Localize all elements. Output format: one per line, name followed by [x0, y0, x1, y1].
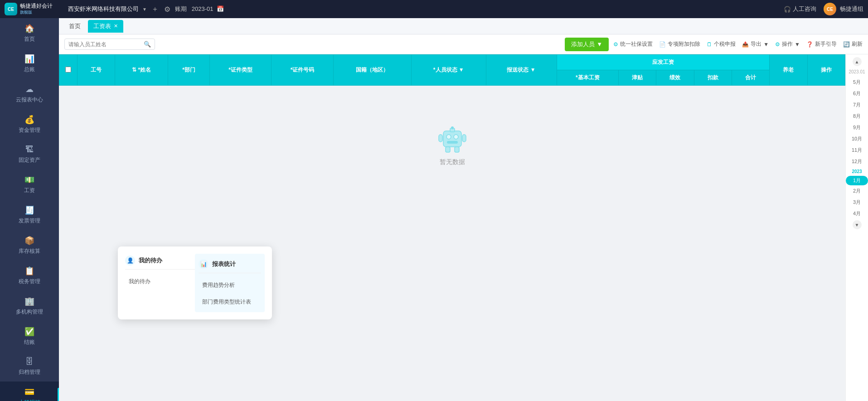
select-all-checkbox[interactable]	[65, 67, 71, 72]
toolbar-actions: ⚙ 统一社保设置 📄 专项附加扣除 🗒 个税申报 📤 导出 ▼ ⚙	[613, 40, 863, 48]
sidebar-item-settlement[interactable]: ✅ 结账	[0, 321, 59, 352]
timeline-month-5[interactable]: 5月	[846, 77, 868, 88]
svg-rect-6	[439, 135, 442, 142]
org-icon: 🏢	[24, 296, 34, 306]
svg-rect-0	[443, 131, 461, 147]
empty-state: 暂无数据	[59, 86, 845, 203]
app-subtitle: 旗舰版	[20, 10, 53, 15]
empty-robot-icon	[434, 122, 470, 158]
sidebar-label-home: 首页	[24, 35, 35, 43]
avatar: CE	[824, 3, 836, 15]
search-box[interactable]: 🔍	[64, 39, 155, 50]
service-label: 人工咨询	[793, 5, 816, 13]
popup-menu: 👤 我的待办 我的待办 📊 报表统计 费用趋势分析	[118, 246, 272, 319]
timeline-up-button[interactable]: ▲	[853, 57, 862, 66]
popup-item-dept-cost[interactable]: 部门费用类型统计表	[199, 295, 261, 309]
user-area[interactable]: CE 畅捷通组	[824, 3, 863, 15]
toolbar: 🔍 添加人员 ▼ ⚙ 统一社保设置 📄 专项附加扣除 🗒 个税申报	[59, 34, 868, 54]
export-link[interactable]: 📤 导出 ▼	[742, 40, 769, 48]
sidebar-label-xiaochang: 小畅报销	[19, 399, 40, 401]
popup-reports-title: 报表统计	[212, 260, 236, 268]
inventory-icon: 📦	[24, 236, 34, 246]
search-input[interactable]	[68, 41, 141, 48]
col-id-type: *证件类型	[209, 55, 271, 86]
sidebar-item-xiaochang[interactable]: 💳 小畅报销	[0, 382, 59, 401]
sidebar-item-archive[interactable]: 🗄 归档管理	[0, 352, 59, 382]
sidebar-label-archive: 归档管理	[19, 368, 40, 376]
logo-icon: CE	[5, 3, 17, 15]
archive-icon: 🗄	[25, 357, 34, 367]
col-operations: 操作	[807, 55, 845, 86]
sidebar-item-invoice[interactable]: 🧾 发票管理	[0, 200, 59, 230]
timeline-month-3[interactable]: 3月	[846, 197, 868, 208]
export-icon: 📤	[742, 41, 749, 48]
popup-todo-title: 我的待办	[139, 256, 162, 265]
new-guide-icon: ❓	[806, 41, 813, 48]
popup-item-cost-trend[interactable]: 费用趋势分析	[199, 279, 261, 292]
popup-col-reports-header: 📊 报表统计	[199, 257, 261, 273]
timeline-month-10[interactable]: 10月	[846, 133, 868, 145]
timeline-month-11[interactable]: 11月	[846, 145, 868, 156]
xiaochang-icon: 💳	[24, 387, 34, 397]
sidebar-label-salary: 工资	[24, 187, 35, 194]
sidebar-label-inventory: 库存核算	[19, 247, 40, 255]
sidebar-item-home[interactable]: 🏠 首页	[0, 18, 59, 48]
timeline-month-6[interactable]: 6月	[846, 88, 868, 99]
tab-home[interactable]: 首页	[63, 20, 86, 33]
tab-bar: 首页 工资表 ✕	[59, 18, 868, 34]
settings-icon[interactable]: ⚙	[164, 5, 170, 14]
timeline-month-8[interactable]: 8月	[846, 111, 868, 122]
col-group-salary: 应发工资	[557, 55, 770, 70]
new-guide-link[interactable]: ❓ 新手引导	[806, 40, 837, 48]
add-employee-button[interactable]: 添加人员 ▼	[565, 38, 609, 51]
social-insurance-link[interactable]: ⚙ 统一社保设置	[613, 40, 653, 48]
sidebar-item-asset[interactable]: 🏗 固定资产	[0, 140, 59, 169]
col-staff-status[interactable]: *人员状态 ▼	[412, 55, 486, 86]
col-checkbox[interactable]	[59, 55, 78, 86]
tab-close-icon[interactable]: ✕	[114, 23, 118, 29]
popup-item-todo[interactable]: 我的待办	[125, 275, 195, 288]
home-icon: 🏠	[24, 24, 34, 34]
tax-report-link[interactable]: 🗒 个税申报	[707, 40, 736, 48]
special-deduct-link[interactable]: 📄 专项附加扣除	[659, 40, 700, 48]
svg-rect-9	[455, 147, 459, 152]
sidebar: 🏠 首页 📊 总账 ☁ 云报表中心 💰 资金管理 🏗 固定资产 💵 工资 🧾 发…	[0, 18, 59, 401]
col-base-salary: *基本工资	[557, 70, 618, 86]
tab-salary-table[interactable]: 工资表 ✕	[88, 20, 123, 33]
asset-icon: 🏗	[25, 145, 34, 155]
timeline-month-4[interactable]: 4月	[846, 208, 868, 219]
sidebar-item-ledger[interactable]: 📊 总账	[0, 48, 59, 79]
sidebar-item-multi-org[interactable]: 🏢 多机构管理	[0, 291, 59, 321]
popup-col-todo: 👤 我的待办 我的待办	[125, 254, 195, 312]
service-button[interactable]: 🎧 人工咨询	[784, 5, 816, 13]
right-timeline: ▲ 2023.01 5月 6月 7月 8月 9月 10月 11月 12月 202…	[845, 54, 868, 401]
sidebar-label-settlement: 结账	[24, 338, 35, 346]
search-icon: 🔍	[144, 41, 151, 48]
col-report-status[interactable]: 报送状态 ▼	[486, 55, 557, 86]
timeline-month-9[interactable]: 9月	[846, 122, 868, 133]
sidebar-label-asset: 固定资产	[19, 156, 40, 164]
sidebar-label-invoice: 发票管理	[19, 217, 40, 225]
timeline-month-2[interactable]: 2月	[846, 185, 868, 197]
salary-table: 工号 ⇅ *姓名 *部门 *证件类型 *证件号码 国籍（地区） *人员状态 ▼ …	[59, 54, 845, 86]
logo-text-area: 畅捷通好会计 旗舰版	[20, 3, 53, 15]
sidebar-item-inventory[interactable]: 📦 库存核算	[0, 230, 59, 261]
sidebar-label-multi-org: 多机构管理	[16, 308, 43, 316]
company-selector[interactable]: 西安虾米网络科技有限公司 ▼	[68, 5, 147, 13]
refresh-icon: 🔄	[843, 41, 850, 48]
timeline-month-1-current[interactable]: 1月	[846, 176, 868, 185]
col-name[interactable]: ⇅ *姓名	[115, 55, 168, 86]
header-actions: ＋ ⚙	[151, 5, 170, 14]
add-company-button[interactable]: ＋	[151, 5, 159, 14]
dropdown-arrow-icon: ▼	[142, 7, 147, 12]
sidebar-item-fund[interactable]: 💰 资金管理	[0, 109, 59, 140]
timeline-down-button[interactable]: ▼	[853, 220, 862, 229]
sidebar-item-tax[interactable]: 📋 税务管理	[0, 261, 59, 291]
operations-link[interactable]: ⚙ 操作 ▼	[775, 40, 800, 48]
timeline-month-12[interactable]: 12月	[846, 156, 868, 167]
app-title: 畅捷通好会计	[20, 3, 53, 9]
timeline-month-7[interactable]: 7月	[846, 99, 868, 111]
refresh-button[interactable]: 🔄 刷新	[843, 40, 863, 48]
sidebar-item-cloud-report[interactable]: ☁ 云报表中心	[0, 79, 59, 109]
sidebar-item-salary[interactable]: 💵 工资	[0, 169, 59, 200]
